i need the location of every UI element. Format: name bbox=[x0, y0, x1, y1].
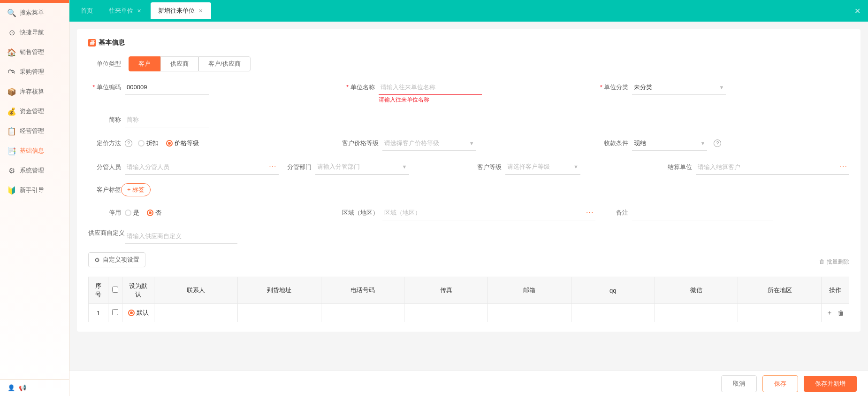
custom-settings-button[interactable]: ⚙ 自定义项设置 bbox=[88, 252, 145, 267]
radio-price-level-label: 价格等级 bbox=[175, 139, 199, 148]
cell-email bbox=[488, 304, 571, 322]
department-select[interactable]: 请输入分管部门 ▼ bbox=[315, 160, 409, 175]
customer-price-level-placeholder: 请选择客户价格等级 bbox=[384, 139, 439, 148]
unit-code-input[interactable] bbox=[125, 80, 209, 95]
unit-name-input[interactable] bbox=[379, 80, 482, 95]
phone-input[interactable] bbox=[325, 310, 401, 317]
sidebar-item-sales[interactable]: 🏠 销售管理 bbox=[0, 42, 69, 62]
default-label: 默认 bbox=[137, 309, 149, 317]
remarks-label: 备注 bbox=[595, 209, 628, 217]
tab-home[interactable]: 首页 bbox=[73, 2, 100, 19]
user-icon: 👤 bbox=[8, 384, 15, 391]
remarks-input[interactable] bbox=[632, 205, 773, 220]
sidebar-item-label: 资金管理 bbox=[20, 107, 44, 116]
chevron-down-icon: ▼ bbox=[719, 85, 724, 90]
sidebar-item-purchase[interactable]: 🛍 采购管理 bbox=[0, 62, 69, 82]
th-action: 操作 bbox=[821, 277, 849, 304]
sidebar-item-basic[interactable]: 📑 基础信息 bbox=[0, 141, 69, 161]
unit-category-select[interactable]: 未分类 ▼ bbox=[632, 80, 726, 95]
disabled-label: 停用 bbox=[88, 209, 121, 217]
table-row: 1 默认 bbox=[89, 304, 849, 322]
batch-delete-button[interactable]: 🗑 批量删除 bbox=[819, 258, 849, 266]
sidebar-item-business[interactable]: 📋 经营管理 bbox=[0, 121, 69, 141]
sidebar-item-inventory[interactable]: 📦 库存核算 bbox=[0, 82, 69, 101]
region-cell-input[interactable] bbox=[742, 310, 817, 317]
section-icon: 基 bbox=[88, 39, 96, 47]
settlement-unit-input[interactable] bbox=[696, 159, 838, 174]
sidebar-item-finance[interactable]: 💰 资金管理 bbox=[0, 101, 69, 121]
payment-terms-value: 现结 bbox=[634, 139, 646, 148]
fax-input[interactable] bbox=[408, 310, 484, 317]
default-radio[interactable]: 默认 bbox=[126, 309, 150, 317]
add-row-button[interactable]: ＋ bbox=[825, 308, 834, 318]
customer-level-select[interactable]: 请选择客户等级 ▼ bbox=[505, 160, 580, 175]
cell-contact bbox=[154, 304, 238, 322]
tab-partners-close[interactable]: ✕ bbox=[136, 7, 142, 15]
cell-checkbox bbox=[108, 304, 122, 322]
content-area: 基 基本信息 单位类型 客户 供应商 客户/供应商 单位编码 bbox=[69, 22, 868, 371]
radio-discount[interactable]: 折扣 bbox=[138, 139, 159, 148]
cell-phone bbox=[321, 304, 404, 322]
cancel-button[interactable]: 取消 bbox=[721, 375, 757, 392]
tags-row: 客户标签 + 标签 bbox=[88, 183, 849, 196]
pricing-help-icon[interactable]: ? bbox=[125, 140, 132, 147]
payment-terms-select[interactable]: 现结 ▼ bbox=[632, 136, 707, 151]
settlement-more-icon[interactable]: ··· bbox=[838, 163, 849, 171]
radio-yes[interactable]: 是 bbox=[125, 209, 139, 217]
tab-partners[interactable]: 往来单位 ✕ bbox=[101, 2, 150, 19]
save-new-button[interactable]: 保存并新增 bbox=[804, 376, 857, 392]
unit-type-customer-btn[interactable]: 客户 bbox=[129, 56, 160, 71]
contact-input[interactable] bbox=[158, 310, 234, 317]
wechat-input[interactable] bbox=[659, 310, 734, 317]
sidebar-item-newbie[interactable]: 🔰 新手引导 bbox=[0, 180, 69, 200]
delete-row-button[interactable]: 🗑 bbox=[837, 308, 845, 318]
supplier-custom-input[interactable] bbox=[125, 229, 237, 244]
window-close-icon[interactable]: ✕ bbox=[851, 5, 864, 17]
manager-row: 分管人员 ··· 分管部门 请输入分管部门 ▼ 客户等级 bbox=[88, 159, 849, 175]
supplier-custom-row: 供应商自定义 bbox=[88, 229, 849, 244]
radio-price-level[interactable]: 价格等级 bbox=[166, 139, 199, 148]
manager-more-icon[interactable]: ··· bbox=[267, 163, 278, 171]
row-actions: ＋ 🗑 bbox=[825, 308, 845, 318]
tab-new-partner-close[interactable]: ✕ bbox=[198, 7, 204, 15]
manager-input[interactable] bbox=[125, 159, 267, 174]
add-tag-button[interactable]: + 标签 bbox=[121, 183, 151, 196]
payment-help-icon[interactable]: ? bbox=[714, 140, 721, 147]
tab-new-partner[interactable]: 新增往来单位 ✕ bbox=[151, 2, 211, 19]
supplier-custom-label: 供应商自定义 bbox=[88, 229, 125, 237]
settlement-unit-wrapper: ··· bbox=[696, 159, 850, 175]
abbr-input[interactable] bbox=[125, 112, 209, 127]
select-all-checkbox[interactable] bbox=[112, 287, 118, 293]
sidebar-item-system[interactable]: ⚙ 系统管理 bbox=[0, 161, 69, 180]
sidebar-item-label: 基础信息 bbox=[20, 147, 44, 155]
sales-icon: 🏠 bbox=[8, 48, 16, 56]
sidebar-item-search[interactable]: 🔍 搜索菜单 bbox=[0, 3, 69, 23]
unit-category-label: 单位分类 bbox=[595, 83, 628, 92]
chevron-down-icon3: ▼ bbox=[700, 140, 705, 146]
customer-level-placeholder: 请选择客户等级 bbox=[507, 163, 550, 171]
qq-input[interactable] bbox=[575, 310, 651, 317]
address-input[interactable] bbox=[242, 310, 317, 317]
department-placeholder: 请输入分管部门 bbox=[317, 163, 360, 171]
region-input[interactable] bbox=[382, 205, 584, 220]
cell-region bbox=[738, 304, 822, 322]
th-contact: 联系人 bbox=[154, 277, 238, 304]
customer-level-field: 客户等级 请选择客户等级 ▼ bbox=[469, 160, 659, 175]
unit-type-both-btn[interactable]: 客户/供应商 bbox=[198, 56, 251, 71]
newbie-icon: 🔰 bbox=[8, 186, 16, 194]
sidebar-item-quicknav[interactable]: ⊙ 快捷导航 bbox=[0, 23, 69, 42]
radio-no[interactable]: 否 bbox=[147, 209, 161, 217]
save-button[interactable]: 保存 bbox=[762, 375, 798, 392]
th-fax: 传真 bbox=[404, 277, 488, 304]
abbr-field: 简称 bbox=[88, 112, 849, 127]
unit-type-supplier-btn[interactable]: 供应商 bbox=[160, 56, 198, 71]
customer-price-level-select[interactable]: 请选择客户价格等级 ▼ bbox=[382, 136, 476, 151]
system-icon: ⚙ bbox=[8, 166, 16, 175]
row-checkbox[interactable] bbox=[112, 309, 118, 315]
radio-discount-label: 折扣 bbox=[146, 139, 159, 148]
pricing-radio-group: 折扣 价格等级 bbox=[138, 139, 199, 148]
email-input[interactable] bbox=[492, 310, 567, 317]
payment-terms-label: 收款条件 bbox=[595, 139, 628, 148]
region-more-icon[interactable]: ··· bbox=[584, 208, 595, 217]
search-icon: 🔍 bbox=[8, 8, 16, 17]
